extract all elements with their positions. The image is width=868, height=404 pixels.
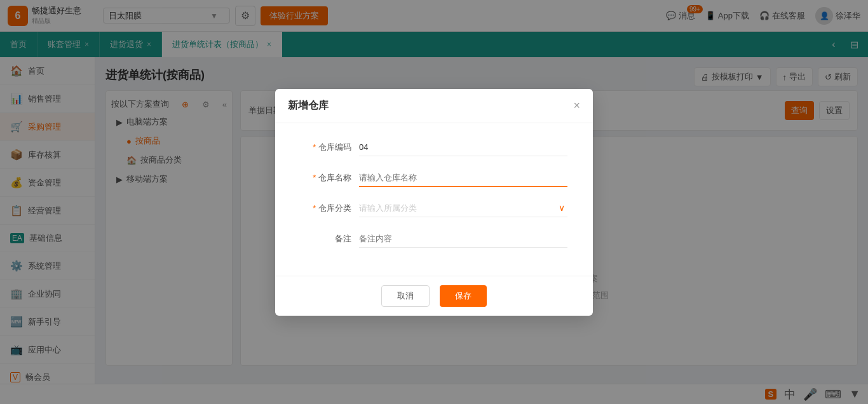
save-button[interactable]: 保存 [440, 285, 487, 307]
form-row-remark: 备注 [301, 230, 567, 248]
code-label: 仓库编码 [301, 142, 351, 153]
remark-label: 备注 [301, 233, 351, 245]
category-label: 仓库分类 [301, 203, 351, 214]
category-select[interactable]: 请输入所属分类 [359, 199, 567, 217]
code-input[interactable] [359, 138, 567, 156]
form-row-category: 仓库分类 请输入所属分类 ∨ [301, 199, 567, 217]
modal-title: 新增仓库 [288, 99, 329, 112]
category-select-wrap[interactable]: 请输入所属分类 ∨ [359, 199, 567, 217]
new-warehouse-modal: 新增仓库 × 仓库编码 仓库名称 仓库分类 请输入所属分类 ∨ [275, 89, 593, 316]
name-input[interactable] [359, 169, 567, 187]
modal-overlay: 新增仓库 × 仓库编码 仓库名称 仓库分类 请输入所属分类 ∨ [0, 0, 868, 404]
cancel-button[interactable]: 取消 [381, 285, 430, 307]
category-chevron-icon: ∨ [559, 203, 565, 213]
remark-input[interactable] [359, 230, 567, 248]
modal-header: 新增仓库 × [275, 89, 593, 123]
modal-footer: 取消 保存 [275, 276, 593, 316]
name-label: 仓库名称 [301, 172, 351, 184]
form-row-name: 仓库名称 [301, 169, 567, 187]
modal-body: 仓库编码 仓库名称 仓库分类 请输入所属分类 ∨ 备注 [275, 123, 593, 276]
form-row-code: 仓库编码 [301, 138, 567, 156]
modal-close-button[interactable]: × [573, 99, 580, 112]
